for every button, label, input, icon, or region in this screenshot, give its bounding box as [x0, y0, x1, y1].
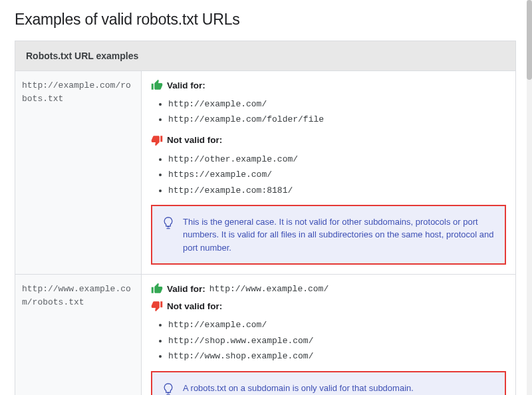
- lightbulb-icon: [162, 383, 175, 395]
- content-cell: Valid for: http://www.example.com/ Not v…: [142, 275, 515, 395]
- thumbs-down-icon: [151, 134, 163, 146]
- scrollbar[interactable]: [527, 0, 532, 395]
- not-valid-label: Not valid for:: [167, 135, 222, 145]
- thumbs-down-icon: [151, 300, 163, 312]
- url-cell: http://example.com/robots.txt: [15, 71, 142, 274]
- note-text: This is the general case. It is not vali…: [183, 215, 495, 255]
- info-note: This is the general case. It is not vali…: [151, 205, 506, 265]
- list-item: http://example.com/: [168, 317, 506, 332]
- table-row: http://www.example.com/robots.txt Valid …: [15, 275, 516, 395]
- list-item: https://example.com/: [168, 167, 506, 182]
- note-text: A robots.txt on a subdomain is only vali…: [183, 382, 414, 395]
- not-valid-for-line: Not valid for:: [151, 300, 506, 312]
- thumbs-up-icon: [151, 79, 163, 91]
- url-cell: http://www.example.com/robots.txt: [15, 275, 142, 395]
- not-valid-list: http://example.com/ http://shop.www.exam…: [151, 317, 506, 364]
- list-item: http://other.example.com/: [168, 152, 506, 167]
- valid-list: http://example.com/ http://example.com/f…: [151, 96, 506, 128]
- not-valid-for-line: Not valid for:: [151, 134, 506, 146]
- valid-inline: http://www.example.com/: [209, 284, 329, 294]
- valid-label: Valid for:: [167, 80, 205, 90]
- list-item: http://example.com:8181/: [168, 183, 506, 198]
- list-item: http://example.com/folder/file: [168, 112, 506, 127]
- not-valid-label: Not valid for:: [167, 301, 222, 311]
- lightbulb-icon: [162, 217, 175, 230]
- valid-for-line: Valid for:: [151, 79, 506, 91]
- info-note: A robots.txt on a subdomain is only vali…: [151, 371, 506, 395]
- not-valid-list: http://other.example.com/ https://exampl…: [151, 152, 506, 198]
- table-header: Robots.txt URL examples: [15, 41, 516, 71]
- table-row: http://example.com/robots.txt Valid for:…: [15, 71, 516, 275]
- list-item: http://www.shop.example.com/: [168, 348, 506, 364]
- page-title: Examples of valid robots.txt URLs: [15, 11, 516, 29]
- scrollbar-thumb[interactable]: [527, 0, 532, 80]
- valid-for-line: Valid for: http://www.example.com/: [151, 283, 506, 295]
- list-item: http://example.com/: [168, 96, 506, 112]
- valid-label: Valid for:: [167, 284, 205, 294]
- list-item: http://shop.www.example.com/: [168, 333, 506, 348]
- content-cell: Valid for: http://example.com/ http://ex…: [142, 71, 515, 274]
- thumbs-up-icon: [151, 283, 163, 295]
